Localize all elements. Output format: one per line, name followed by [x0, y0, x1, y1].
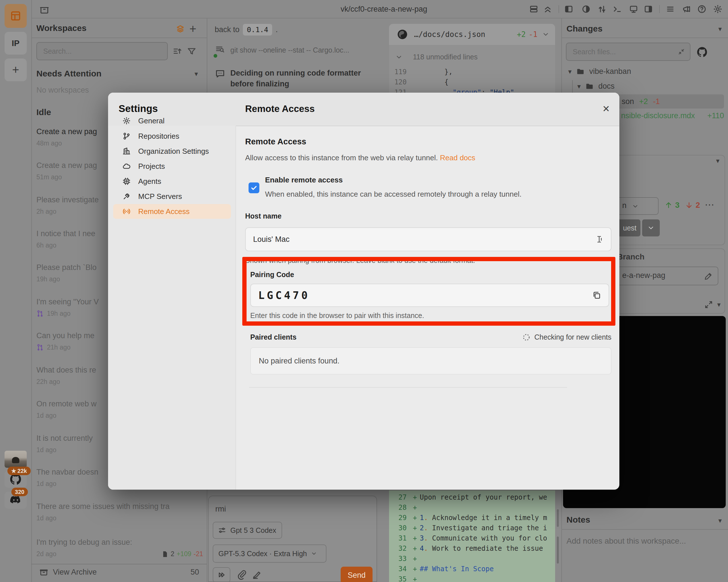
- chevron-down-icon[interactable]: ▾: [194, 70, 198, 78]
- highlighter-icon[interactable]: [251, 570, 262, 580]
- pr-dropdown-button[interactable]: [642, 219, 660, 237]
- panel-divider: [561, 529, 728, 530]
- text-cursor-icon: [595, 235, 603, 244]
- diff-added-line: 28+: [389, 502, 555, 512]
- chevron-down-icon[interactable]: ▾: [716, 157, 720, 165]
- nav-item-projects[interactable]: Projects: [113, 159, 231, 174]
- theme-contrast-icon[interactable]: [581, 4, 591, 14]
- chevron-down-icon[interactable]: ▾: [717, 301, 721, 309]
- git-log-icon: [215, 44, 226, 55]
- workspace-item[interactable]: I'm trying to debug an issue:2d ago2+109…: [36, 538, 203, 567]
- read-docs-link[interactable]: Read docs: [440, 154, 475, 162]
- send-button[interactable]: Send: [341, 567, 372, 582]
- diff-added-line: 35+: [389, 574, 555, 582]
- menu-icon[interactable]: [666, 4, 675, 14]
- close-icon[interactable]: ✕: [602, 104, 610, 114]
- arrow-up-icon: [664, 201, 673, 210]
- archive-box-icon[interactable]: [39, 4, 50, 15]
- expand-icon[interactable]: [704, 300, 713, 309]
- chevron-down-icon: [647, 224, 655, 231]
- stack-icon[interactable]: [176, 24, 185, 33]
- json-file-icon: [396, 28, 408, 40]
- chevron-down-icon: [311, 551, 317, 557]
- filter-icon[interactable]: [186, 46, 197, 56]
- workspace-item[interactable]: There are some issues with missing tra1d…: [36, 502, 203, 532]
- nav-item-remote-access[interactable]: Remote Access: [113, 204, 231, 219]
- user-photo[interactable]: [4, 451, 27, 468]
- nav-item-repositories[interactable]: Repositories: [113, 129, 231, 143]
- panel-left-icon[interactable]: [564, 4, 574, 14]
- unmodified-toggle[interactable]: 118 unmodified lines: [395, 53, 477, 61]
- profile-avatar[interactable]: IP: [4, 32, 27, 55]
- settings-gear-icon[interactable]: [713, 4, 723, 14]
- attach-icon[interactable]: [237, 570, 247, 580]
- no-workspaces-label: No workspaces: [36, 86, 89, 94]
- help-icon[interactable]: [697, 4, 707, 14]
- composer-draft-text[interactable]: rmi: [215, 505, 226, 514]
- nav-item-agents[interactable]: Agents: [113, 174, 231, 189]
- agent-chip[interactable]: Gpt 5 3 Codex: [213, 522, 282, 539]
- archive-count: 50: [182, 568, 199, 577]
- new-workspace-button[interactable]: +: [189, 22, 197, 36]
- notes-placeholder[interactable]: Add notes about this workspace...: [567, 536, 686, 546]
- nav-item-general[interactable]: General: [113, 113, 231, 128]
- tree-row-root[interactable]: ▾ vibe-kanban: [568, 67, 631, 76]
- tree-row-docs[interactable]: ▾ docs: [577, 82, 615, 91]
- check-icon: [250, 184, 258, 192]
- changes-header[interactable]: Changes: [567, 24, 603, 33]
- caret-icon[interactable]: ▾: [577, 82, 581, 90]
- workspace-search-input[interactable]: Search...: [36, 42, 168, 60]
- more-actions-button[interactable]: ⋯: [705, 199, 714, 210]
- diff-added-line: 30+2. Investigate and triage the i: [389, 523, 555, 533]
- workspace-item-meta: 1d ago: [36, 515, 203, 522]
- diff-added-line: 34+## What's In Scope: [389, 564, 555, 574]
- needs-attention-header[interactable]: Needs Attention: [36, 69, 102, 78]
- sort-icon[interactable]: [172, 46, 183, 56]
- diff-file-header[interactable]: …/docs/docs.json +2 -1: [389, 24, 555, 45]
- scrollbar-thumb[interactable]: [557, 509, 559, 527]
- rows-icon[interactable]: [529, 4, 539, 14]
- collapse-icon[interactable]: [677, 48, 685, 56]
- diff-added-line: 32+4. Work to remediate the issue: [389, 543, 555, 554]
- diff-context-line: 120 {: [389, 77, 555, 87]
- idle-header[interactable]: Idle: [36, 107, 51, 117]
- building-icon: [122, 147, 131, 156]
- host-name-input[interactable]: Louis' Mac: [245, 227, 612, 251]
- tree-row-added-file[interactable]: nsible-disclosure.mdx +110: [621, 111, 724, 120]
- workspace-item-meta: 2d ago2+109-21: [36, 550, 203, 558]
- commits-behind: 2: [685, 201, 700, 210]
- panel-right-icon[interactable]: [644, 4, 653, 14]
- megaphone-icon[interactable]: [682, 4, 692, 14]
- nav-item-organization[interactable]: Organization Settings: [113, 144, 231, 159]
- model-select[interactable]: GPT-5.3 Codex · Extra High: [213, 545, 327, 563]
- fast-forward-button[interactable]: [213, 567, 230, 582]
- view-archive-button[interactable]: View Archive: [53, 568, 97, 577]
- folder-icon: [576, 67, 585, 76]
- edit-pencil-icon[interactable]: [704, 271, 713, 280]
- enable-remote-label[interactable]: Enable remote access: [265, 176, 343, 185]
- workspace-view-button[interactable]: [4, 4, 27, 28]
- gear-icon: [122, 116, 131, 125]
- agent-status-line2: before finalizing: [230, 80, 289, 88]
- workspaces-title: Workspaces: [36, 23, 86, 33]
- git-compare-icon[interactable]: [597, 4, 607, 14]
- file-search-input[interactable]: Search files...: [566, 43, 691, 61]
- add-workspace-button[interactable]: +: [4, 59, 27, 81]
- task-back-line: back to 0.1.4 .: [215, 24, 278, 35]
- monitor-icon[interactable]: [629, 4, 639, 14]
- collapse-all-icon[interactable]: [543, 4, 552, 14]
- notes-header[interactable]: Notes: [567, 515, 590, 525]
- diff-file-name: …/docs/docs.json: [414, 30, 485, 39]
- terminal-icon[interactable]: [612, 4, 622, 14]
- discord-icon: [9, 495, 22, 505]
- scrollbar-thumb[interactable]: [557, 536, 559, 563]
- nav-item-mcp-servers[interactable]: MCP Servers: [113, 189, 231, 204]
- github-pr-button[interactable]: [695, 44, 710, 60]
- panel-divider: [31, 564, 207, 564]
- chevron-down-icon[interactable]: ▾: [718, 517, 722, 525]
- chevron-down-icon[interactable]: ▾: [718, 25, 722, 33]
- caret-icon[interactable]: ▾: [568, 67, 572, 76]
- commits-ahead: 3: [664, 201, 680, 210]
- enable-remote-checkbox[interactable]: [249, 183, 259, 193]
- agent-status-line1: Deciding on running code formatter: [230, 69, 361, 78]
